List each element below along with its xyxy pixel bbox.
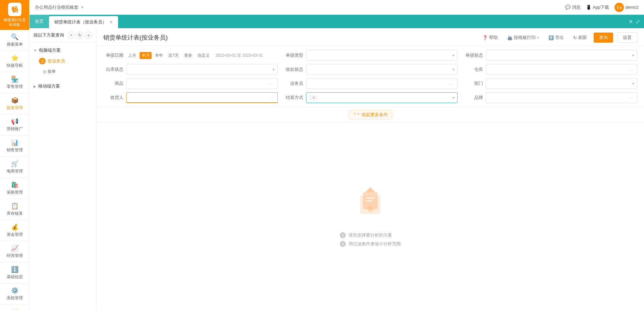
finance-icon: 💰	[11, 223, 18, 231]
brand-dots-icon: ···	[629, 95, 634, 100]
goods-dots-icon: ···	[269, 81, 275, 86]
maximize-icons: ✕ ⤢	[629, 18, 644, 25]
settings-button[interactable]: 设置	[617, 32, 637, 43]
maximize-icon[interactable]: ⤢	[636, 18, 640, 25]
scheme-item-by-order[interactable]: ⊞ 按单	[30, 67, 96, 76]
sidebar-item-marketing[interactable]: 📢 营销推广	[0, 114, 29, 136]
sidebar-item-sales[interactable]: 📊 销售管理	[0, 136, 29, 157]
sidebar-item-system[interactable]: ⚙️ 系统管理	[0, 283, 29, 305]
settlement-tag: ✕	[309, 95, 317, 101]
ecommerce-icon: 🛒	[11, 160, 18, 167]
bill-type-input[interactable]: ▾	[306, 50, 458, 61]
sidebar-item-purchase[interactable]: 🛍️ 采购管理	[0, 178, 29, 199]
settlement-dropdown-icon: ▾	[452, 96, 454, 100]
mobile-scheme-group-header[interactable]: ▶ 移动端方案	[30, 81, 96, 91]
app-download-button[interactable]: 📱 App下载	[586, 4, 609, 10]
query-button[interactable]: 查询	[594, 33, 613, 43]
date-tab-custom[interactable]: 自定义	[196, 52, 212, 59]
date-tab-this-year[interactable]: 本年	[153, 52, 165, 59]
sidebar-item-finance[interactable]: 💰 资金管理	[0, 220, 29, 241]
logo-initial: 畅	[11, 5, 18, 14]
date-tab-7days[interactable]: 近7天	[166, 52, 181, 59]
sidebar-item-operation[interactable]: 📈 经营管理	[0, 241, 29, 262]
help-button[interactable]: ❓ 帮助	[480, 33, 500, 42]
sidebar-item-retail[interactable]: 🏪 零售管理	[0, 72, 29, 93]
bill-status-dropdown-icon: ▾	[632, 53, 634, 58]
filter-row-2: 出库状态 ▾ 收款状态 ▾ 仓库	[103, 64, 637, 75]
bill-status-label: 单据状态	[463, 52, 483, 58]
consignee-input[interactable]: ···	[126, 92, 278, 103]
date-tab-last-month[interactable]: 上月	[126, 52, 138, 59]
close-window-icon[interactable]: ✕	[629, 18, 633, 25]
logo-area[interactable]: 畅 畅捷通好生意 标准版	[0, 0, 29, 30]
sidebar-item-basic[interactable]: ℹ️ 基础信息	[0, 262, 29, 283]
sales-stat-tab-label: 销货单统计表（按业务员）	[54, 19, 107, 25]
scheme-item-icon: 员	[39, 58, 46, 64]
filter-row-3: 商品 ··· 业务员 ··· 部门	[103, 78, 637, 89]
settlement-label: 结算方式	[283, 95, 303, 101]
collapse-button[interactable]: ⌃⌃ 收起更多条件	[348, 110, 392, 119]
settlement-tag-close[interactable]: ✕	[312, 96, 315, 100]
settlement-input[interactable]: ✕ ▾	[306, 92, 458, 103]
download-icon: 📱	[586, 5, 591, 10]
app-dropdown-icon[interactable]: ▾	[81, 5, 84, 10]
date-tab-more[interactable]: 更多	[182, 52, 194, 59]
tab-sales-stat[interactable]: 销货单统计表（按业务员） ✕	[49, 16, 118, 28]
stock-status-label: 出库状态	[103, 66, 123, 72]
empty-illustration: !	[350, 186, 390, 225]
refresh-scheme-button[interactable]: ↻	[76, 32, 84, 39]
page-header: 销货单统计表(按业务员) ❓ 帮助 🖨️ 按模板打印 ▾ ⬆️ 导出	[97, 28, 644, 46]
sidebar-item-search[interactable]: 🔍 搜索菜单	[0, 30, 29, 51]
sidebar-item-inventory[interactable]: 📋 库存核算	[0, 199, 29, 220]
add-scheme-button[interactable]: +	[67, 32, 75, 39]
left-panel-title: 按以下方案查询	[34, 32, 64, 38]
department-input[interactable]: ▾	[486, 78, 637, 89]
right-panel: 销货单统计表(按业务员) ❓ 帮助 🖨️ 按模板打印 ▾ ⬆️ 导出	[97, 28, 644, 310]
brand-input[interactable]: ···	[486, 92, 637, 103]
tab-close-icon[interactable]: ✕	[109, 20, 113, 24]
refresh-button[interactable]: ↻ 刷新	[571, 33, 590, 42]
cooperation-icon: 🤝	[11, 308, 18, 310]
sidebar-item-ecommerce[interactable]: 🛒 电商管理	[0, 157, 29, 178]
topbar-right: 💬 消息 📱 App下载 Ea demo2	[565, 3, 639, 12]
print-icon: 🖨️	[507, 35, 513, 40]
collapse-panel-button[interactable]: «	[85, 32, 92, 39]
app-name: 办公用品行业模拟账套	[35, 4, 78, 10]
empty-hints: 1 请先选择要分析的方案 2 用过滤条件来缩小分析范围	[340, 232, 401, 247]
tab-home[interactable]: 首页	[30, 15, 49, 28]
user-menu[interactable]: Ea demo2	[614, 3, 639, 12]
template-print-button[interactable]: 🖨️ 按模板打印 ▾	[504, 33, 542, 42]
content-area: 按以下方案查询 + ↻ « ▼ 电脑端方案 员 按业务员 ⊞ 按	[30, 28, 644, 310]
warehouse-input[interactable]: ···	[486, 64, 637, 75]
svg-text:!: !	[369, 208, 370, 211]
message-button[interactable]: 💬 消息	[565, 4, 581, 10]
logo-text: 畅捷通好生意 标准版	[1, 17, 28, 27]
sidebar-item-cooperation[interactable]: 🤝 企业协同	[0, 305, 29, 310]
retail-icon: 🏪	[11, 75, 18, 83]
consignee-dots-icon: ···	[269, 95, 275, 100]
filter-area: 单据日期 上月 本月 本年 近7天 更多 自定义 2023-03-01 至 20…	[97, 46, 644, 107]
scheme-item-by-salesperson[interactable]: 员 按业务员	[30, 55, 96, 67]
desktop-scheme-group: ▼ 电脑端方案 员 按业务员 ⊞ 按单	[30, 43, 96, 79]
sidebar-item-shortcut[interactable]: ⭐ 快捷导航	[0, 51, 29, 72]
date-filter: 单据日期 上月 本月 本年 近7天 更多 自定义 2023-03-01 至 20…	[103, 52, 278, 59]
topbar: 办公用品行业模拟账套 ▾ 💬 消息 📱 App下载 Ea demo2	[30, 0, 644, 15]
empty-hint-2: 2 用过滤条件来缩小分析范围	[340, 241, 401, 247]
sidebar-item-wholesale[interactable]: 📦 批发管理	[0, 93, 29, 114]
export-button[interactable]: ⬆️ 导出	[546, 33, 567, 42]
salesperson-label: 业务员	[283, 81, 303, 87]
date-tab-this-month[interactable]: 本月	[140, 52, 152, 59]
search-icon: 🔍	[11, 33, 18, 41]
salesperson-input[interactable]: ···	[306, 78, 458, 89]
svg-rect-4	[366, 200, 372, 202]
desktop-scheme-group-header[interactable]: ▼ 电脑端方案	[30, 45, 96, 55]
settlement-filter: 结算方式 ✕ ▾	[283, 92, 458, 103]
payment-status-input[interactable]: ▾	[306, 64, 458, 75]
stock-status-input[interactable]: ▾	[126, 64, 278, 75]
bill-status-input[interactable]: ▾	[486, 50, 637, 61]
bill-status-filter: 单据状态 ▾	[463, 50, 637, 61]
svg-rect-3	[366, 197, 375, 199]
hint-num-2: 2	[340, 241, 346, 247]
payment-status-filter: 收款状态 ▾	[283, 64, 458, 75]
goods-input[interactable]: ···	[126, 78, 278, 89]
